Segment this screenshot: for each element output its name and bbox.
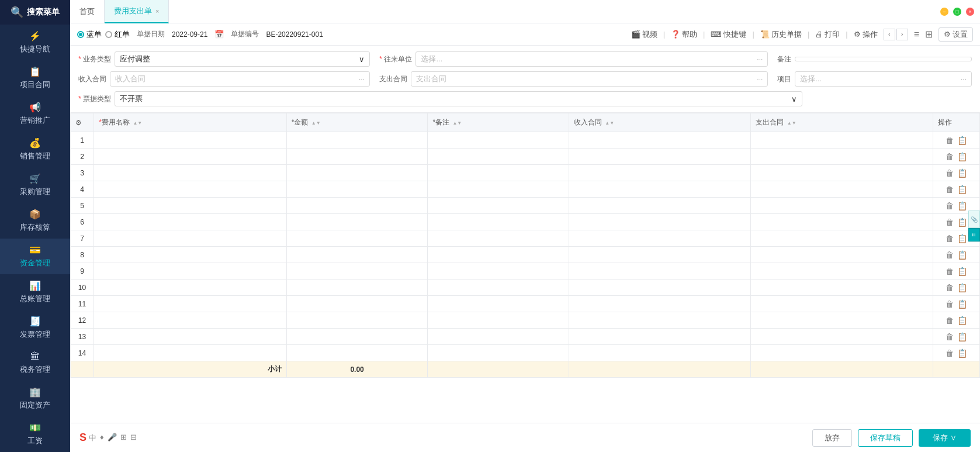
cell-income-contract-3[interactable] [569,165,751,181]
cell-expense-name-2[interactable] [94,149,287,165]
cell-expense-name-4[interactable] [94,181,287,198]
cell-expense-name-14[interactable] [94,345,287,361]
cell-amount-1[interactable] [286,132,428,149]
sidebar-item-4[interactable]: 🛒采购管理 [0,167,70,203]
cell-remark-1[interactable] [428,132,569,149]
cell-income-contract-2[interactable] [569,149,751,165]
cell-income-contract-8[interactable] [569,247,751,263]
copy-row-1-btn[interactable]: 📋 [957,136,967,145]
cell-expense-contract-2[interactable] [751,149,933,165]
copy-row-13-btn[interactable]: 📋 [957,332,967,341]
expense-dots-btn[interactable]: ··· [757,75,763,83]
delete-row-1-btn[interactable]: 🗑 [946,136,954,145]
sidebar-item-5[interactable]: 📦库存核算 [0,203,70,239]
cell-remark-3[interactable] [428,165,569,181]
cell-expense-name-1[interactable] [94,132,287,149]
cell-income-contract-1[interactable] [569,132,751,149]
delete-row-9-btn[interactable]: 🗑 [946,267,954,276]
cell-expense-name-13[interactable] [94,329,287,345]
sidebar-item-9[interactable]: 🏛税务管理 [0,346,70,381]
close-button[interactable]: × [966,8,974,16]
cell-income-contract-6[interactable] [569,214,751,230]
copy-row-6-btn[interactable]: 📋 [957,218,967,227]
cell-expense-contract-8[interactable] [751,247,933,263]
save-button[interactable]: 保存 ∨ [919,429,971,447]
copy-row-9-btn[interactable]: 📋 [957,267,967,276]
cell-amount-5[interactable] [286,198,428,214]
cell-expense-name-8[interactable] [94,247,287,263]
bill-type-select[interactable]: 不开票 ∨ [115,91,802,106]
cell-amount-8[interactable] [286,247,428,263]
copy-row-12-btn[interactable]: 📋 [957,316,967,325]
cell-remark-13[interactable] [428,329,569,345]
partner-dots-btn[interactable]: ··· [757,55,763,63]
cell-expense-name-11[interactable] [94,296,287,312]
partner-input[interactable]: 选择... ··· [415,51,768,67]
tab-close-icon[interactable]: × [155,8,159,15]
remark-input[interactable] [795,57,972,61]
cell-expense-contract-10[interactable] [751,280,933,296]
delete-row-12-btn[interactable]: 🗑 [946,316,954,325]
nav-prev-btn[interactable]: ‹ [884,29,895,40]
cell-expense-contract-4[interactable] [751,181,933,198]
cell-amount-13[interactable] [286,329,428,345]
cell-expense-contract-5[interactable] [751,198,933,214]
cell-income-contract-13[interactable] [569,329,751,345]
cell-remark-10[interactable] [428,280,569,296]
cell-remark-12[interactable] [428,312,569,329]
cell-remark-6[interactable] [428,214,569,230]
cell-amount-9[interactable] [286,263,428,280]
cell-expense-contract-12[interactable] [751,312,933,329]
list-view-btn[interactable]: ≡ [914,29,919,40]
cell-amount-14[interactable] [286,345,428,361]
settings-button[interactable]: ⚙ 设置 [939,27,973,42]
sidebar-item-6[interactable]: 💳资金管理 [0,239,70,274]
cell-amount-3[interactable] [286,165,428,181]
cell-expense-name-7[interactable] [94,230,287,247]
expense-contract-input[interactable]: 支出合同 ··· [411,71,768,87]
shortcut-btn[interactable]: ⌨ 快捷键 [711,29,746,40]
sidebar-item-10[interactable]: 🏢固定资产 [0,381,70,416]
delete-row-2-btn[interactable]: 🗑 [946,152,954,161]
cell-amount-6[interactable] [286,214,428,230]
delete-row-5-btn[interactable]: 🗑 [946,201,954,211]
cell-remark-2[interactable] [428,149,569,165]
copy-row-4-btn[interactable]: 📋 [957,185,967,194]
cell-income-contract-5[interactable] [569,198,751,214]
maximize-button[interactable]: □ [953,8,961,16]
sidebar-header[interactable]: 🔍 搜索菜单 [0,0,70,25]
cell-remark-8[interactable] [428,247,569,263]
cell-expense-contract-7[interactable] [751,230,933,247]
blue-bill-radio[interactable]: 蓝单 [77,29,102,40]
business-type-select[interactable]: 应付调整 ∨ [115,51,370,67]
sidebar-item-11[interactable]: 💵工资 [0,416,70,452]
delete-row-14-btn[interactable]: 🗑 [946,349,954,358]
cell-income-contract-9[interactable] [569,263,751,280]
copy-row-2-btn[interactable]: 📋 [957,152,967,161]
cell-expense-name-10[interactable] [94,280,287,296]
print-btn[interactable]: 🖨 打印 [815,29,840,40]
cell-expense-contract-11[interactable] [751,296,933,312]
cell-amount-10[interactable] [286,280,428,296]
cell-remark-9[interactable] [428,263,569,280]
sidebar-item-8[interactable]: 🧾发票管理 [0,310,70,346]
copy-row-11-btn[interactable]: 📋 [957,299,967,309]
copy-row-14-btn[interactable]: 📋 [957,349,967,358]
cell-expense-contract-6[interactable] [751,214,933,230]
delete-row-6-btn[interactable]: 🗑 [946,218,954,227]
cell-remark-4[interactable] [428,181,569,198]
cell-income-contract-4[interactable] [569,181,751,198]
tab-home[interactable]: 首页 [70,0,105,23]
history-btn[interactable]: 📜 历史单据 [760,29,802,40]
delete-row-10-btn[interactable]: 🗑 [946,283,954,292]
cell-expense-name-6[interactable] [94,214,287,230]
copy-row-10-btn[interactable]: 📋 [957,283,967,292]
abandon-button[interactable]: 放弃 [812,429,852,447]
cell-remark-14[interactable] [428,345,569,361]
cell-expense-contract-9[interactable] [751,263,933,280]
sidebar-item-1[interactable]: 📋项目合同 [0,60,70,96]
delete-row-3-btn[interactable]: 🗑 [946,168,954,178]
cell-expense-contract-13[interactable] [751,329,933,345]
delete-row-4-btn[interactable]: 🗑 [946,185,954,194]
sidebar-item-2[interactable]: 📢营销推广 [0,96,70,132]
